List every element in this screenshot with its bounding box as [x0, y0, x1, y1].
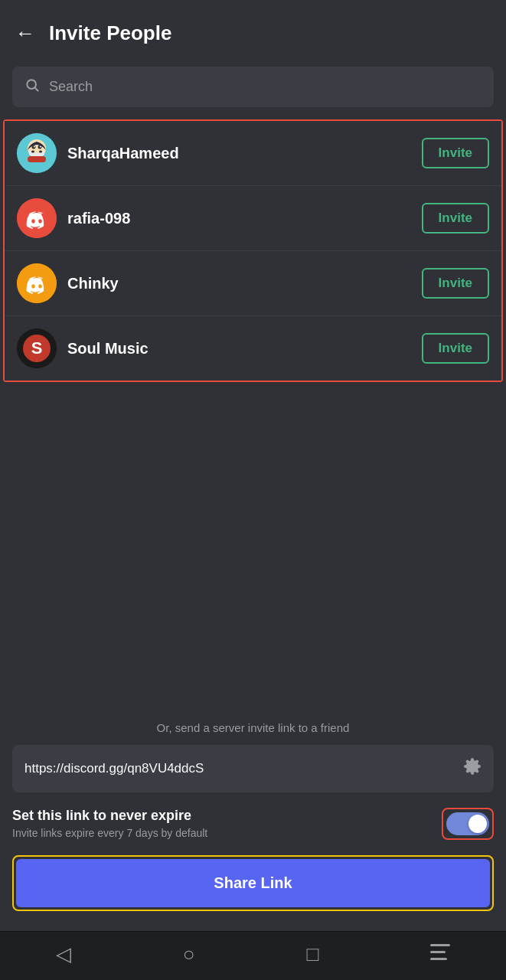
- search-input[interactable]: [49, 79, 482, 95]
- nav-menu-icon[interactable]: [430, 944, 450, 965]
- avatar-rafia: [17, 198, 57, 238]
- svg-point-9: [31, 151, 34, 153]
- friend-name-rafia: rafia-098: [67, 210, 411, 227]
- nav-recents-icon[interactable]: □: [306, 942, 318, 966]
- invite-button-sharqa[interactable]: Invite: [422, 138, 489, 168]
- avatar-chinky: [17, 263, 57, 303]
- svg-text:S: S: [31, 338, 43, 358]
- svg-rect-17: [430, 951, 446, 953]
- friend-item-sharqa: SharqaHameed Invite: [5, 121, 501, 186]
- avatar-soul: S: [17, 328, 57, 368]
- or-send-text: Or, send a server invite link to a frien…: [12, 721, 494, 734]
- nav-home-icon[interactable]: ○: [183, 942, 195, 966]
- search-bar: [12, 67, 494, 107]
- friend-name-chinky: Chinky: [67, 275, 411, 292]
- never-expire-text-block: Set this link to never expire Invite lin…: [12, 808, 207, 839]
- svg-point-6: [34, 146, 35, 148]
- back-button[interactable]: ←: [15, 21, 35, 45]
- page-title: Invite People: [49, 21, 171, 45]
- header: ← Invite People: [0, 0, 506, 60]
- svg-point-7: [40, 146, 41, 148]
- never-expire-toggle[interactable]: [446, 812, 489, 835]
- share-link-button[interactable]: Share Link: [16, 859, 490, 907]
- invite-link-text: https://discord.gg/qn8VU4ddcS: [24, 761, 454, 776]
- svg-rect-18: [430, 958, 447, 960]
- friend-item-soul: S Soul Music Invite: [5, 316, 501, 381]
- never-expire-sublabel: Invite links expire every 7 days by defa…: [12, 827, 207, 839]
- toggle-knob: [468, 815, 487, 833]
- svg-line-1: [35, 88, 38, 91]
- friend-name-sharqa: SharqaHameed: [67, 145, 411, 162]
- bottom-section: Or, send a server invite link to a frien…: [0, 706, 506, 931]
- share-link-wrapper: Share Link: [12, 855, 494, 911]
- bottom-nav: ◁ ○ □: [0, 931, 506, 980]
- svg-point-10: [39, 151, 42, 153]
- svg-rect-8: [28, 156, 46, 162]
- friend-item-rafia: rafia-098 Invite: [5, 186, 501, 251]
- friend-name-soul: Soul Music: [67, 340, 411, 358]
- invite-button-chinky[interactable]: Invite: [422, 268, 489, 299]
- never-expire-row: Set this link to never expire Invite lin…: [12, 808, 494, 840]
- invite-link-container: https://discord.gg/qn8VU4ddcS: [12, 745, 494, 792]
- svg-rect-16: [430, 944, 450, 946]
- invite-button-soul[interactable]: Invite: [422, 333, 489, 364]
- search-icon: [24, 77, 40, 96]
- avatar-sharqa: [17, 133, 57, 173]
- friends-list: SharqaHameed Invite rafia-098 Invite Chi…: [3, 119, 503, 382]
- nav-back-icon[interactable]: ◁: [56, 942, 71, 966]
- never-expire-toggle-wrapper: [442, 808, 494, 840]
- friend-item-chinky: Chinky Invite: [5, 251, 501, 316]
- invite-button-rafia[interactable]: Invite: [422, 203, 489, 234]
- never-expire-label: Set this link to never expire: [12, 808, 207, 824]
- settings-icon[interactable]: [463, 757, 482, 780]
